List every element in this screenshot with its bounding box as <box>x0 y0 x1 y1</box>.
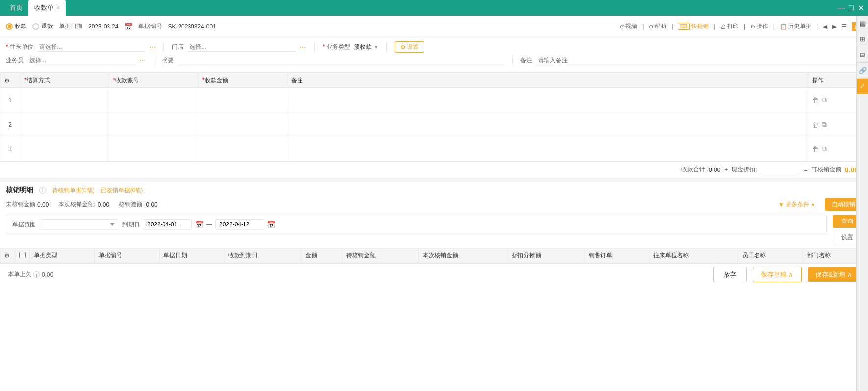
summary-input[interactable] <box>178 56 504 65</box>
more-conditions-btn[interactable]: ▼ 更多条件 ∧ <box>778 200 815 209</box>
uncancelled-label: 未核销金额 <box>6 200 35 209</box>
bt-col-checkbox[interactable] <box>15 249 30 263</box>
settings-gear-icon: ⚙ <box>400 44 406 51</box>
table-row: 1 🗑 ⧉ <box>0 88 868 112</box>
sidebar-icon-1[interactable]: ▤ <box>857 16 868 31</box>
sidebar-icon-5[interactable]: ⤢ <box>857 79 868 94</box>
history-btn[interactable]: 📋 历史单据 <box>780 22 812 30</box>
chevron-up-icon: ∧ <box>811 201 815 208</box>
tab-home[interactable]: 首页 <box>4 0 28 16</box>
prev-icon[interactable]: ◀ <box>823 23 827 30</box>
row1-remarks[interactable] <box>287 88 808 112</box>
maximize-btn[interactable]: □ <box>849 3 854 13</box>
shop-dots[interactable]: ··· <box>299 43 306 51</box>
equals-sign: = <box>804 167 808 173</box>
minimize-btn[interactable]: — <box>837 3 845 13</box>
range-select[interactable] <box>40 219 118 230</box>
row2-copy-icon[interactable]: ⧉ <box>822 120 827 129</box>
row3-settlement[interactable] <box>20 137 109 162</box>
note-label: 备注 <box>520 56 532 65</box>
row2-settlement[interactable] <box>20 112 109 137</box>
help-btn[interactable]: ⊙ 帮助 <box>649 22 666 30</box>
row1-delete-icon[interactable]: 🗑 <box>812 96 819 104</box>
date-from-icon[interactable]: 📅 <box>195 221 203 228</box>
col-settings-header[interactable]: ⚙ <box>0 73 20 88</box>
date-to-icon[interactable]: 📅 <box>267 221 275 228</box>
row1-copy-icon[interactable]: ⧉ <box>822 96 827 104</box>
ops-label: 操作 <box>757 22 768 30</box>
tab-close-icon[interactable]: × <box>56 4 60 11</box>
print-btn[interactable]: 🖨 打印 <box>720 22 739 30</box>
reconcile-info-icon[interactable]: i <box>39 187 46 194</box>
row3-delete-icon[interactable]: 🗑 <box>812 145 819 153</box>
row3-account[interactable] <box>109 137 198 162</box>
list-icon[interactable]: ☰ <box>841 23 847 30</box>
video-btn[interactable]: ⊙ 视频 <box>620 22 637 30</box>
partner-input[interactable] <box>37 42 145 52</box>
abandon-btn[interactable]: 放弃 <box>713 267 747 282</box>
sep6: | <box>816 23 818 30</box>
row2-account[interactable] <box>109 112 198 137</box>
draft-btn[interactable]: 保存草稿 ∧ <box>753 267 802 282</box>
right-sidebar: ▤ ⊞ ⊟ 🔗 ⤢ <box>856 16 868 391</box>
window-controls: — □ ✕ <box>837 3 864 13</box>
help-label: 帮助 <box>654 22 666 30</box>
save-new-btn[interactable]: 保存&新增 ∧ <box>808 267 860 282</box>
settings-button[interactable]: ⚙ 设置 <box>395 41 424 53</box>
summary-label: 摘要 <box>162 56 174 65</box>
staff-input[interactable] <box>27 56 136 65</box>
radio-receive[interactable]: 收款 <box>6 22 27 30</box>
discount-input[interactable] <box>761 166 800 173</box>
row1-amount[interactable] <box>198 88 287 112</box>
draft-chevron-icon: ∧ <box>788 271 793 278</box>
col-account-header: *收款账号 <box>109 73 198 88</box>
ops-btn[interactable]: ⚙ 操作 <box>750 22 768 30</box>
sidebar-icon-2[interactable]: ⊞ <box>857 31 868 47</box>
row3-copy-icon[interactable]: ⧉ <box>822 145 827 153</box>
row2-delete-icon[interactable]: 🗑 <box>812 121 819 129</box>
staff-dots[interactable]: ··· <box>139 56 146 64</box>
bt-col-staff: 员工名称 <box>738 249 803 263</box>
pending-tab[interactable]: 待核销单据(0笔) <box>52 186 95 195</box>
select-all-checkbox[interactable] <box>19 252 26 258</box>
row2-amount[interactable] <box>198 112 287 137</box>
diff-label: 核销差额: <box>119 200 144 209</box>
partner-dots[interactable]: ··· <box>149 43 156 51</box>
shop-label: 门店 <box>172 43 184 51</box>
row3-amount[interactable] <box>198 137 287 162</box>
sidebar-icon-3[interactable]: ⊟ <box>857 47 868 63</box>
shortcut-btn[interactable]: ⌨ 快捷键 <box>678 22 709 30</box>
calendar-icon[interactable]: 📅 <box>124 23 133 30</box>
total-label: 收款合计 <box>681 166 705 174</box>
radio-refund[interactable]: 退款 <box>32 22 53 30</box>
help-icon: ⊙ <box>649 23 653 30</box>
col-settlement-label: 结算方式 <box>27 77 50 84</box>
filter-icon: ▼ <box>778 201 784 208</box>
sep3: | <box>714 23 715 30</box>
uncancelled-value: 0.00 <box>37 201 49 208</box>
note-input[interactable] <box>536 56 862 65</box>
row1-settlement[interactable] <box>20 88 109 112</box>
reconcile-stats: 未核销金额 0.00 本次核销金额: 0.00 核销差额: 0.00 ▼ 更多条… <box>6 198 862 211</box>
footer-info-icon[interactable]: i <box>33 271 40 278</box>
shop-input[interactable] <box>188 42 296 52</box>
biz-type-select[interactable]: 预收款 ▼ <box>354 43 379 51</box>
date-from-input[interactable] <box>143 219 192 230</box>
close-btn[interactable]: ✕ <box>858 3 864 13</box>
row3-remarks[interactable] <box>287 137 808 162</box>
date-dash: — <box>206 221 212 228</box>
history-label: 历史单据 <box>788 22 812 30</box>
radio-group: 收款 退款 <box>6 22 53 30</box>
date-to-input[interactable] <box>215 219 264 230</box>
next-icon[interactable]: ▶ <box>832 23 837 30</box>
tab-active[interactable]: 收款单 × <box>28 0 66 16</box>
video-label: 视频 <box>625 22 637 30</box>
save-new-chevron-icon: ∧ <box>847 271 852 278</box>
bt-col-settings[interactable]: ⚙ <box>0 249 15 263</box>
row2-remarks[interactable] <box>287 112 808 137</box>
row1-account[interactable] <box>109 88 198 112</box>
settings-label: 设置 <box>407 43 419 51</box>
sidebar-icon-4[interactable]: 🔗 <box>857 63 868 79</box>
tab-bar: 首页 收款单 × — □ ✕ <box>0 0 868 16</box>
done-tab[interactable]: 已核销单据(0笔) <box>101 186 143 195</box>
